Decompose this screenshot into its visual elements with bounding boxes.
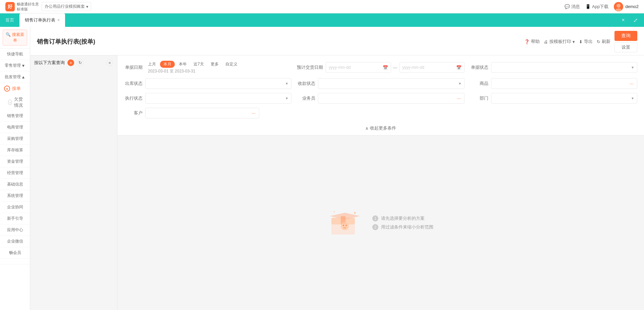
date-tab-this-year[interactable]: 本年 <box>176 61 190 68</box>
expected-date-to[interactable]: yyyy-mm-dd 📅 <box>399 62 465 73</box>
filter-row-1: 单据日期 上月 本月 本年 近7天 更多 自定义 20 <box>124 61 637 74</box>
sidebar-quick-nav[interactable]: 快捷导航 <box>0 49 30 60</box>
sidebar-item-corp[interactable]: 新手引导 <box>0 213 30 224</box>
refresh-icon: ↻ <box>597 39 600 44</box>
svg-point-8 <box>343 225 344 226</box>
sidebar-item-ecommerce[interactable]: 采购管理 <box>0 133 30 145</box>
goods-select[interactable]: ··· <box>491 78 637 89</box>
date-tab-more[interactable]: 更多 <box>208 61 221 68</box>
expected-date-from[interactable]: yyyy-mm-dd 📅 <box>326 62 391 73</box>
filter-section: 单据日期 上月 本月 本年 近7天 更多 自定义 20 <box>117 55 644 136</box>
refresh-plan-button[interactable]: ↻ <box>77 59 84 66</box>
account-selector[interactable]: 办公用品行业模拟账套 ▾ <box>42 2 91 11</box>
user-name: demo2 <box>625 4 639 9</box>
tab-home[interactable]: 首页 <box>0 13 19 27</box>
ship-status-group: 出库状态 ▾ <box>124 78 291 89</box>
empty-content: ✦ ✦ 1 请先选择要 <box>328 208 433 238</box>
logo-text: 畅捷通好生意 标准版 <box>17 2 39 11</box>
sidebar-item-member[interactable] <box>0 259 30 264</box>
status-select[interactable]: ▾ <box>491 62 637 73</box>
goods-dots-icon: ··· <box>630 81 634 86</box>
collect-status-group: 收款状态 ▾ <box>297 78 464 89</box>
sidebar-item-purchase[interactable]: 库存核算 <box>0 145 30 156</box>
collapse-filter-button[interactable]: ∧ 收起更多条件 <box>124 122 637 135</box>
salesman-select[interactable]: ··· <box>318 93 464 104</box>
collapse-panel-button[interactable]: « <box>106 59 113 66</box>
collapse-panel-icon: « <box>109 60 111 65</box>
query-button[interactable]: 查询 <box>614 31 637 41</box>
svg-point-7 <box>341 222 349 230</box>
help-icon: ❓ <box>524 39 530 44</box>
date-range-display: 2023-03-01 至 2023-03-31 <box>148 68 291 74</box>
sidebar-item-inventory[interactable]: 资金管理 <box>0 156 30 167</box>
app-icon: 📱 <box>585 4 591 9</box>
chevron-down-icon: ▾ <box>86 4 88 9</box>
search-menu-button[interactable]: 🔍 搜索菜单 <box>3 30 27 46</box>
hint-num-2: 2 <box>372 224 378 230</box>
help-button[interactable]: ❓ 帮助 <box>524 39 540 45</box>
date-picker: 上月 本月 本年 近7天 更多 自定义 2023-03-01 至 2023-03… <box>145 61 291 74</box>
top-bar: 好 畅捷通好生意 标准版 办公用品行业模拟账套 ▾ 💬 消息 📱 App下载 d… <box>0 0 644 13</box>
sidebar-sub-press-order[interactable]: ● 按单 <box>0 83 30 94</box>
filter-row-4: 客户 ··· <box>124 108 637 118</box>
add-plan-button[interactable]: + <box>67 59 74 66</box>
svg-point-0 <box>616 4 621 8</box>
sidebar-item-wechat[interactable]: 畅会员 <box>0 247 30 259</box>
ship-status-select[interactable]: ▾ <box>145 78 291 89</box>
tab-sales-exec[interactable]: 销售订单执行表 × <box>19 13 65 27</box>
print-icon: 🖨 <box>544 39 548 44</box>
date-label: 单据日期 <box>124 64 143 70</box>
collapse-icon: ∧ <box>365 126 369 131</box>
sidebar-item-basic[interactable]: 系统管理 <box>0 190 30 202</box>
page-actions: ❓ 帮助 🖨 按模板打印 ▾ ⬇ 导出 ↻ 刷新 查询 <box>524 31 637 52</box>
sidebar-item-system[interactable]: 企业协同 <box>0 202 30 213</box>
collect-status-select[interactable]: ▾ <box>318 78 464 89</box>
expand-window-button[interactable]: ⤢ <box>631 15 640 25</box>
main-layout: 🔍 搜索菜单 快捷导航 零售管理 ▼ 批发管理 ▲ ● 按单 ○ 欠货情况 销售… <box>0 27 644 310</box>
sidebar-item-newbie[interactable]: 应用中心 <box>0 224 30 236</box>
salesman-group: 业务员 ··· <box>297 93 464 104</box>
svg-point-1 <box>615 8 622 11</box>
empty-state: ✦ ✦ 1 请先选择要 <box>117 136 644 310</box>
customer-select[interactable]: ··· <box>145 108 259 118</box>
app-download-button[interactable]: 📱 App下载 <box>585 4 608 10</box>
dept-select[interactable]: ▾ <box>491 93 637 104</box>
message-button[interactable]: 💬 消息 <box>565 4 580 10</box>
settings-button[interactable]: 设置 <box>614 42 637 52</box>
exec-status-group: 执行状态 ▾ <box>124 93 291 104</box>
refresh-button[interactable]: ↻ 刷新 <box>597 39 610 45</box>
export-button[interactable]: ⬇ 导出 <box>579 39 593 45</box>
sidebar-item-wholesale[interactable]: 批发管理 ▲ <box>0 71 30 83</box>
sidebar-item-operations[interactable]: 基础信息 <box>0 179 30 190</box>
dept-group: 部门 ▾ <box>470 93 637 104</box>
goods-group: 商品 ··· <box>470 78 637 89</box>
sidebar-item-apps[interactable]: 企业微信 <box>0 236 30 247</box>
sidebar-item-marketing[interactable]: 销售管理 <box>0 110 30 122</box>
date-dash: — <box>392 65 398 70</box>
print-button[interactable]: 🖨 按模板打印 ▾ <box>544 39 575 45</box>
filter-row-3: 执行状态 ▾ 业务员 ··· <box>124 93 637 104</box>
sidebar-item-retail[interactable]: 零售管理 ▼ <box>0 60 30 71</box>
logo-area[interactable]: 好 畅捷通好生意 标准版 <box>5 2 39 11</box>
date-tab-this-month[interactable]: 本月 <box>160 61 175 68</box>
date-tab-last7[interactable]: 近7天 <box>191 61 207 68</box>
date-tab-last-month[interactable]: 上月 <box>145 61 159 68</box>
sidebar-item-sales[interactable]: 电商管理 <box>0 122 30 133</box>
sidebar: 🔍 搜索菜单 快捷导航 零售管理 ▼ 批发管理 ▲ ● 按单 ○ 欠货情况 销售… <box>0 27 30 310</box>
calendar-from-icon: 📅 <box>383 65 388 70</box>
sidebar-sub-owe-goods[interactable]: ○ 欠货情况 <box>0 94 30 110</box>
tab-close-icon[interactable]: × <box>57 18 60 22</box>
inactive-item-icon: ○ <box>8 100 12 105</box>
date-tabs: 上月 本月 本年 近7天 更多 自定义 <box>145 61 291 68</box>
tab-bar: 首页 销售订单执行表 × × ⤢ <box>0 13 644 27</box>
sidebar-search: 🔍 搜索菜单 <box>0 27 30 49</box>
close-window-button[interactable]: × <box>619 15 628 25</box>
user-profile[interactable]: demo2 <box>614 2 639 11</box>
exec-status-select[interactable]: ▾ <box>145 93 291 104</box>
date-tab-custom[interactable]: 自定义 <box>223 61 240 68</box>
expected-date-label: 预计交货日期 <box>297 64 323 70</box>
sidebar-item-finance[interactable]: 经营管理 <box>0 167 30 179</box>
left-panel: 按以下方案查询 + ↻ « <box>30 55 117 310</box>
dept-chevron-icon: ▾ <box>632 96 634 101</box>
action-buttons: 查询 设置 <box>614 31 637 52</box>
